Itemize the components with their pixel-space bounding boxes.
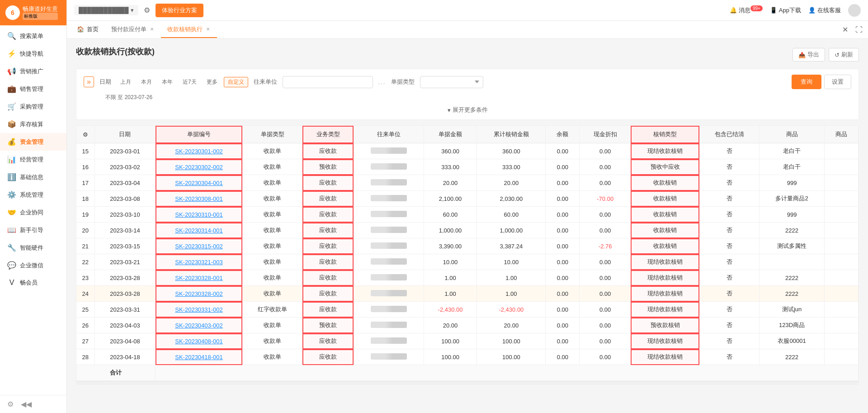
horizontal-scrollbar[interactable] — [76, 381, 859, 385]
settings-icon[interactable]: ⚙ — [142, 4, 152, 16]
cell-goods: 999 — [760, 175, 824, 191]
refresh-icon: ↺ — [835, 52, 840, 58]
bill-no-link[interactable]: SK-20230328-002 — [175, 290, 223, 297]
sidebar-label-10: 企业协同 — [20, 209, 43, 217]
sidebar-item-0[interactable]: 🔍搜索菜单 — [0, 27, 66, 45]
bill-no-link[interactable]: SK-20230331-002 — [175, 306, 223, 313]
sidebar-label-12: 智能硬件 — [20, 244, 43, 252]
refresh-button[interactable]: ↺ 刷新 — [829, 48, 859, 62]
cell-bill-no: SK-20230314-001 — [156, 223, 242, 238]
cell-biz-type: 应收款 — [302, 238, 354, 254]
sidebar-item-3[interactable]: 💼销售管理 — [0, 80, 66, 98]
collapse-icon[interactable]: ◀◀ — [21, 400, 32, 408]
table-row: 24 2023-03-28 SK-20230328-002 收款单 应收款 1.… — [76, 286, 859, 302]
industry-button[interactable]: 体验行业方案 — [156, 4, 203, 17]
date-this-year[interactable]: 本年 — [158, 77, 176, 87]
cell-cash-discount: 0.00 — [580, 254, 631, 270]
table-settings-button[interactable]: 设置 — [824, 75, 851, 89]
bill-no-link[interactable]: SK-20230328-001 — [175, 275, 223, 281]
cell-date: 2023-03-31 — [94, 302, 156, 318]
service-icon: 👤 — [808, 7, 816, 14]
cell-goods: 衣服00001 — [760, 333, 824, 349]
table-row: 17 2023-03-04 SK-20230304-001 收款单 应收款 20… — [76, 175, 859, 191]
bill-no-link[interactable]: SK-20230304-001 — [175, 180, 223, 186]
tab-home[interactable]: 🏠 首页 — [71, 22, 105, 38]
company-selector[interactable]: ████████████ ▾ — [74, 5, 138, 15]
bill-no-link[interactable]: SK-20230308-001 — [175, 195, 223, 202]
messages-action[interactable]: 🔔 消息 99+ — [730, 6, 763, 14]
tab-expand-icon[interactable]: ⛶ — [854, 24, 864, 36]
cell-no: 21 — [76, 238, 94, 254]
sidebar-item-10[interactable]: 🤝企业协同 — [0, 204, 66, 221]
cell-include-settled: 否 — [699, 238, 760, 254]
expand-more-button[interactable]: ▾ 展开更多条件 — [448, 106, 488, 114]
cell-date: 2023-03-21 — [94, 254, 156, 270]
sidebar: 6 畅康道好生意 标推版 🔍搜索菜单⚡快捷导航📢营销推广💼销售管理🛒采购管理📦库… — [0, 0, 67, 413]
cell-no: 19 — [76, 207, 94, 223]
sidebar-item-2[interactable]: 📢营销推广 — [0, 62, 66, 80]
tab-close-all-icon[interactable]: ✕ — [840, 24, 850, 36]
date-prev-month[interactable]: 上月 — [117, 77, 135, 87]
sidebar-item-13[interactable]: 💬企业微信 — [0, 256, 66, 274]
bill-no-link[interactable]: SK-20230310-001 — [175, 211, 223, 218]
bill-no-link[interactable]: SK-20230302-002 — [175, 164, 223, 171]
cell-verified-amount: 100.00 — [477, 333, 546, 349]
user-avatar[interactable] — [848, 4, 861, 17]
date-custom-btn[interactable]: 自定义 — [224, 77, 248, 87]
partner-input[interactable] — [283, 76, 373, 88]
bill-type-select[interactable] — [420, 76, 483, 88]
cell-goods2 — [824, 159, 858, 175]
app-download-label: App下载 — [779, 6, 801, 14]
sidebar-item-6[interactable]: 💰资金管理 — [0, 133, 66, 151]
bill-no-link[interactable]: SK-20230408-001 — [175, 338, 223, 345]
sidebar-item-5[interactable]: 📦库存核算 — [0, 115, 66, 133]
date-7days[interactable]: 近7天 — [179, 77, 200, 87]
cell-cash-discount: 0.00 — [580, 349, 631, 365]
cell-cancel-type: 预收中应收 — [631, 159, 699, 175]
bill-no-link[interactable]: SK-20230321-003 — [175, 259, 223, 266]
cell-no: 15 — [76, 143, 94, 159]
more-options-icon[interactable]: ... — [378, 79, 386, 85]
online-service-action[interactable]: 👤 在线客服 — [808, 6, 841, 14]
logo-text: 畅康道好生意 标推版 — [23, 5, 58, 20]
bill-no-link[interactable]: SK-20230418-001 — [175, 354, 223, 361]
app-download-action[interactable]: 📱 App下载 — [770, 6, 801, 14]
sidebar-item-1[interactable]: ⚡快捷导航 — [0, 45, 66, 62]
export-button[interactable]: 📤 导出 — [793, 48, 825, 62]
sidebar-item-7[interactable]: 📊经营管理 — [0, 151, 66, 168]
bill-no-link[interactable]: SK-20230315-002 — [175, 243, 223, 250]
date-this-month[interactable]: 本月 — [137, 77, 156, 87]
sidebar-item-4[interactable]: 🛒采购管理 — [0, 98, 66, 115]
expand-label: 展开更多条件 — [453, 106, 488, 114]
cell-goods: 2222 — [760, 349, 824, 365]
sidebar-item-12[interactable]: 🔧智能硬件 — [0, 239, 66, 256]
cell-verified-amount: 100.00 — [477, 349, 546, 365]
sidebar-item-9[interactable]: ⚙️系统管理 — [0, 186, 66, 204]
cell-goods2 — [824, 286, 858, 302]
tab-prepay[interactable]: 预付款应付单 ✕ — [105, 22, 161, 38]
cell-no: 25 — [76, 302, 94, 318]
tab-collection-close[interactable]: ✕ — [205, 26, 211, 33]
tab-collection[interactable]: 收款核销执行 ✕ — [161, 22, 217, 38]
sidebar-item-11[interactable]: 📖新手引导 — [0, 221, 66, 239]
partner-blurred — [371, 337, 407, 344]
bill-no-link[interactable]: SK-20230403-002 — [175, 322, 223, 329]
bill-no-link[interactable]: SK-20230301-002 — [175, 148, 223, 155]
th-settings[interactable]: ⚙ — [76, 126, 94, 143]
cell-partner — [354, 191, 424, 207]
cell-verified-amount: 3,387.24 — [477, 238, 546, 254]
settings-footer-icon[interactable]: ⚙ — [7, 400, 14, 408]
cell-cancel-type: 现结收款核销 — [631, 270, 699, 286]
cell-include-settled: 否 — [699, 254, 760, 270]
bill-no-link[interactable]: SK-20230314-001 — [175, 227, 223, 234]
cell-balance: 0.00 — [546, 223, 580, 238]
tab-prepay-close[interactable]: ✕ — [149, 26, 155, 33]
query-button[interactable]: 查询 — [792, 75, 821, 89]
sidebar-icon-5: 📦 — [7, 120, 16, 128]
sidebar-item-14[interactable]: V畅会员 — [0, 274, 66, 291]
expand-arrow-icon[interactable]: » — [84, 76, 94, 87]
cell-bill-no: SK-20230418-001 — [156, 349, 242, 365]
sidebar-item-8[interactable]: ℹ️基础信息 — [0, 168, 66, 186]
table-row: 23 2023-03-28 SK-20230328-001 收款单 应收款 1.… — [76, 270, 859, 286]
date-more[interactable]: 更多 — [203, 77, 221, 87]
